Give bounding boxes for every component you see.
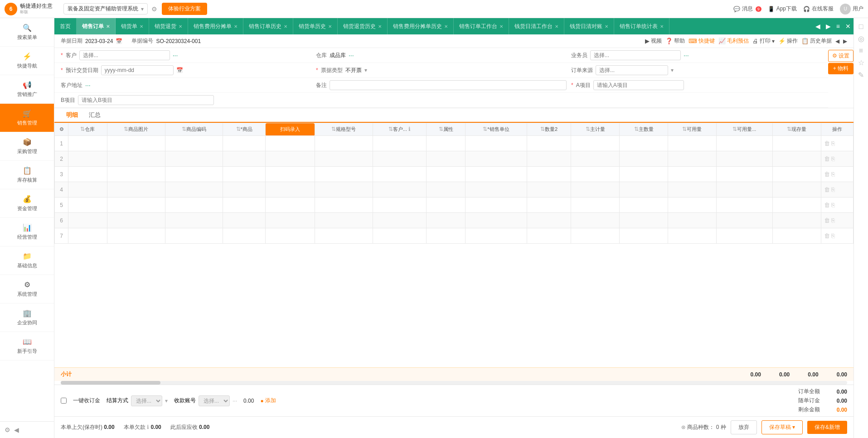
add-payment-btn[interactable]: ● 添加 (260, 397, 276, 404)
profit-btn[interactable]: 📈 毛利预估 (718, 37, 749, 45)
warehouse-more-btn[interactable]: ··· (349, 52, 354, 59)
tab-sales-return[interactable]: 销货退货 ✕ (149, 18, 188, 34)
copy-row-3-icon[interactable]: ⎘ (831, 171, 835, 178)
settlement-select[interactable]: 选择... (131, 395, 162, 406)
tab-daily-workbench[interactable]: 钱货日清工作台 ✕ (509, 18, 564, 34)
copy-row-1-icon[interactable]: ⎘ (831, 140, 835, 147)
sidebar-item-marketing[interactable]: 📢 营销推广 (0, 75, 54, 104)
copy-row-6-icon[interactable]: ⎘ (831, 217, 835, 224)
tab-invoice-history[interactable]: 销货单历史 ✕ (293, 18, 338, 34)
tab-order-workbench[interactable]: 销售订单工作台 ✕ (454, 18, 509, 34)
panel-icon-3[interactable]: ≡ (859, 47, 863, 55)
tab-close-daily-workbench[interactable]: ✕ (555, 24, 558, 29)
remark-input[interactable] (330, 80, 567, 90)
sidebar-collapse-icon[interactable]: ◀ (14, 426, 19, 433)
tab-statistics[interactable]: 销售订单统计表 ✕ (614, 18, 669, 34)
tab-detail[interactable]: 明细 (61, 108, 83, 123)
app-download-item[interactable]: 📱 App下载 (768, 5, 797, 13)
online-support-item[interactable]: 🎧 在线客服 (803, 5, 834, 13)
tab-close-sales-invoice[interactable]: ✕ (140, 24, 143, 29)
salesperson-more-btn[interactable]: ··· (684, 52, 689, 59)
panel-icon-1[interactable]: □ (859, 23, 863, 31)
sidebar-item-basic-info[interactable]: 📁 基础信息 (0, 246, 54, 275)
delete-row-1-icon[interactable]: 🗑 (824, 140, 830, 147)
tab-return-history[interactable]: 销货退货历史 ✕ (338, 18, 388, 34)
one-click-checkbox[interactable] (61, 398, 67, 404)
sidebar-item-search[interactable]: 🔍 搜索菜单 (0, 18, 54, 47)
history-doc-btn[interactable]: 📋 历史单据 (801, 37, 832, 45)
tab-close-expense-history[interactable]: ✕ (444, 24, 448, 29)
tab-home[interactable]: 首页 (54, 18, 77, 34)
tab-sales-order[interactable]: 销售订单 ✕ (77, 18, 116, 34)
print-btn[interactable]: 🖨 打印 ▾ (752, 37, 775, 45)
tab-close-order-workbench[interactable]: ✕ (499, 24, 503, 29)
tab-close-order-history[interactable]: ✕ (284, 24, 287, 29)
col-settings[interactable]: ⚙ (55, 123, 68, 136)
panel-icon-4[interactable]: ☆ (858, 58, 864, 67)
tab-close-reconcile[interactable]: ✕ (605, 24, 608, 29)
settings-right-btn[interactable]: ⚙ 设置 (828, 50, 853, 62)
save-new-button[interactable]: 保存&新增 (807, 421, 847, 434)
tab-reconcile[interactable]: 钱货日清对账 ✕ (564, 18, 614, 34)
customer-addr-more-btn[interactable]: ··· (85, 82, 91, 89)
account-more-btn[interactable]: ··· (233, 398, 237, 404)
copy-row-4-icon[interactable]: ⎘ (831, 186, 835, 193)
tab-close-invoice-history[interactable]: ✕ (328, 24, 332, 29)
delete-row-5-icon[interactable]: 🗑 (824, 202, 830, 208)
scroll-bar[interactable] (61, 381, 847, 385)
sidebar-settings-icon[interactable]: ⚙ (5, 426, 10, 433)
sidebar-item-enterprise[interactable]: 🏢 企业协同 (0, 303, 54, 332)
delivery-date-input[interactable] (101, 65, 174, 75)
customer-input[interactable] (79, 50, 170, 60)
tab-expense-history[interactable]: 销售费用分摊单历史 ✕ (388, 18, 454, 34)
tab-close-sales-return[interactable]: ✕ (179, 24, 182, 29)
system-selector[interactable]: 装备及固定资产辅助管理系统 ▾ (63, 3, 148, 14)
order-source-input[interactable] (596, 65, 668, 75)
tab-next-btn[interactable]: ▶ (823, 23, 834, 30)
delete-row-7-icon[interactable]: 🗑 (824, 232, 830, 239)
tab-order-history[interactable]: 销售订单历史 ✕ (243, 18, 293, 34)
discard-button[interactable]: 放弃 (731, 420, 757, 434)
save-draft-button[interactable]: 保存草稿 ▾ (761, 420, 803, 434)
delete-row-4-icon[interactable]: 🗑 (824, 186, 830, 193)
add-material-btn[interactable]: + 物料 (828, 63, 853, 74)
trial-button[interactable]: 体验行业方案 (162, 3, 207, 15)
view-video-btn[interactable]: ▶ 视频 (645, 37, 662, 45)
copy-row-7-icon[interactable]: ⎘ (831, 232, 835, 239)
delivery-date-calendar-icon[interactable]: 📅 (176, 67, 183, 73)
operation-btn[interactable]: ⚡ 操作 (778, 37, 798, 45)
nav-prev-btn[interactable]: ◀ (835, 38, 839, 44)
sidebar-item-guide[interactable]: 📖 新手引导 (0, 332, 54, 361)
panel-icon-5[interactable]: ✎ (858, 71, 864, 79)
tab-summary[interactable]: 汇总 (83, 108, 106, 123)
tab-sales-invoice[interactable]: 销货单 ✕ (116, 18, 149, 34)
delete-row-6-icon[interactable]: 🗑 (824, 217, 830, 224)
sidebar-item-purchase[interactable]: 📦 采购管理 (0, 132, 54, 161)
salesperson-input[interactable] (590, 50, 681, 60)
tab-close-statistics[interactable]: ✕ (660, 24, 664, 29)
tab-prev-btn[interactable]: ◀ (813, 23, 823, 30)
sidebar-item-operations[interactable]: 📊 经营管理 (0, 218, 54, 246)
copy-row-5-icon[interactable]: ⎘ (831, 202, 835, 208)
tab-close-sales-order[interactable]: ✕ (106, 24, 110, 29)
panel-icon-2[interactable]: ◎ (858, 34, 864, 43)
delete-row-2-icon[interactable]: 🗑 (824, 155, 830, 162)
tab-expense-split[interactable]: 销售费用分摊单 ✕ (188, 18, 243, 34)
b-project-input[interactable] (78, 95, 214, 105)
tab-close-expense-split[interactable]: ✕ (234, 24, 238, 29)
tab-menu-btn[interactable]: ≡ (834, 23, 843, 30)
delete-row-3-icon[interactable]: 🗑 (824, 171, 830, 178)
customer-more-btn[interactable]: ··· (173, 52, 178, 59)
tab-close-return-history[interactable]: ✕ (378, 24, 382, 29)
sidebar-item-system[interactable]: ⚙ 系统管理 (0, 275, 54, 303)
a-project-input[interactable] (593, 80, 684, 90)
tab-close-all-btn[interactable]: ✕ (843, 23, 853, 30)
user-item[interactable]: U 用户 (840, 4, 863, 14)
sidebar-item-quick-nav[interactable]: ⚡ 快捷导航 (0, 47, 54, 75)
nav-next-btn[interactable]: ▶ (843, 38, 847, 44)
sidebar-item-finance[interactable]: 💰 资金管理 (0, 189, 54, 218)
sidebar-item-sales[interactable]: 🛒 销售管理 (0, 104, 54, 132)
account-select[interactable]: 选择... (199, 395, 230, 406)
copy-row-2-icon[interactable]: ⎘ (831, 155, 835, 162)
shortcut-btn[interactable]: ⌨ 快捷键 (689, 37, 715, 45)
